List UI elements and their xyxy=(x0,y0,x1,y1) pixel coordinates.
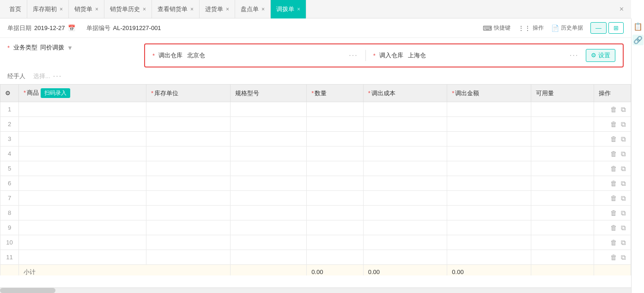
cell-qty-8[interactable] xyxy=(307,206,364,220)
history-action[interactable]: 📄 历史单据 xyxy=(551,24,583,32)
tab-purchase-order[interactable]: 进货单 × xyxy=(200,0,235,18)
cell-cost-11[interactable] xyxy=(363,250,447,265)
tab-sales-order-close[interactable]: × xyxy=(95,6,98,12)
gear-icon[interactable]: ⚙ xyxy=(5,90,11,97)
cell-qty-11[interactable] xyxy=(307,250,364,265)
cell-goods-9[interactable] xyxy=(19,220,146,235)
delete-icon-1[interactable]: 🗑 xyxy=(610,105,617,113)
delete-icon-3[interactable]: 🗑 xyxy=(610,135,617,143)
cell-amount-6[interactable] xyxy=(447,176,531,191)
sidebar-link-icon[interactable]: 🔗 xyxy=(632,35,644,45)
cell-spec-3[interactable] xyxy=(230,132,307,146)
handler-input[interactable]: 选择... xyxy=(33,72,50,80)
cell-cost-7[interactable] xyxy=(363,191,447,206)
cell-spec-9[interactable] xyxy=(230,220,307,235)
tab-purchase-order-close[interactable]: × xyxy=(226,6,229,12)
business-type-arrow[interactable]: ▼ xyxy=(67,44,73,51)
cell-available-9[interactable] xyxy=(531,220,594,235)
delete-icon-4[interactable]: 🗑 xyxy=(610,150,617,158)
cell-cost-6[interactable] xyxy=(363,176,447,191)
delete-icon-8[interactable]: 🗑 xyxy=(610,209,617,217)
copy-icon-3[interactable]: ⧉ xyxy=(621,135,626,143)
cell-qty-4[interactable] xyxy=(307,146,364,161)
delete-icon-10[interactable]: 🗑 xyxy=(610,238,617,246)
cell-cost-3[interactable] xyxy=(363,132,447,146)
copy-icon-5[interactable]: ⧉ xyxy=(621,165,626,172)
copy-icon-6[interactable]: ⧉ xyxy=(621,179,626,187)
cell-qty-10[interactable] xyxy=(307,235,364,250)
cell-cost-10[interactable] xyxy=(363,235,447,250)
grid-button[interactable]: ⊞ xyxy=(608,22,624,34)
cell-amount-10[interactable] xyxy=(447,235,531,250)
cell-available-11[interactable] xyxy=(531,250,594,265)
copy-icon-1[interactable]: ⧉ xyxy=(621,105,626,113)
cell-available-3[interactable] xyxy=(531,132,594,146)
cell-spec-8[interactable] xyxy=(230,206,307,220)
business-type-select[interactable]: 同价调拨 ▼ xyxy=(40,43,137,52)
tab-inventory-init[interactable]: 库存期初 × xyxy=(27,0,69,18)
cell-unit-6[interactable] xyxy=(146,176,230,191)
copy-icon-11[interactable]: ⧉ xyxy=(621,253,626,261)
cell-amount-9[interactable] xyxy=(447,220,531,235)
cell-qty-6[interactable] xyxy=(307,176,364,191)
tab-inventory-check-close[interactable]: × xyxy=(261,6,265,12)
tab-home[interactable]: 首页 xyxy=(4,0,27,18)
tab-inventory-check[interactable]: 盘点单 × xyxy=(235,0,271,18)
tab-transfer-order[interactable]: 调拨单 × xyxy=(271,0,306,18)
copy-icon-2[interactable]: ⧉ xyxy=(621,120,626,128)
copy-icon-8[interactable]: ⧉ xyxy=(621,209,626,217)
cell-spec-5[interactable] xyxy=(230,161,307,176)
cell-available-5[interactable] xyxy=(531,161,594,176)
cell-spec-7[interactable] xyxy=(230,191,307,206)
delete-icon-7[interactable]: 🗑 xyxy=(610,194,617,202)
cell-qty-1[interactable] xyxy=(307,102,364,117)
cell-unit-3[interactable] xyxy=(146,132,230,146)
cell-goods-7[interactable] xyxy=(19,191,146,206)
tab-transfer-order-close[interactable]: × xyxy=(297,6,300,12)
delete-icon-5[interactable]: 🗑 xyxy=(610,165,617,172)
shortcuts-action[interactable]: ⌨ 快捷键 xyxy=(483,24,510,32)
cell-unit-4[interactable] xyxy=(146,146,230,161)
cell-goods-10[interactable] xyxy=(19,235,146,250)
cell-unit-7[interactable] xyxy=(146,191,230,206)
cell-amount-4[interactable] xyxy=(447,146,531,161)
cell-qty-9[interactable] xyxy=(307,220,364,235)
cell-goods-3[interactable] xyxy=(19,132,146,146)
cell-unit-9[interactable] xyxy=(146,220,230,235)
cell-available-8[interactable] xyxy=(531,206,594,220)
cell-spec-1[interactable] xyxy=(230,102,307,117)
cell-spec-10[interactable] xyxy=(230,235,307,250)
cell-available-2[interactable] xyxy=(531,117,594,132)
calendar-icon[interactable]: 📅 xyxy=(68,24,75,31)
cell-available-10[interactable] xyxy=(531,235,594,250)
cell-available-1[interactable] xyxy=(531,102,594,117)
handler-more[interactable]: ··· xyxy=(53,72,62,80)
cell-goods-1[interactable] xyxy=(19,102,146,117)
th-gear[interactable]: ⚙ xyxy=(0,85,19,102)
cell-cost-8[interactable] xyxy=(363,206,447,220)
gear-settings-button[interactable]: ⚙ 设置 xyxy=(586,49,615,62)
cell-spec-11[interactable] xyxy=(230,250,307,265)
delete-icon-9[interactable]: 🗑 xyxy=(610,224,617,232)
copy-icon-7[interactable]: ⧉ xyxy=(621,194,626,202)
cell-available-7[interactable] xyxy=(531,191,594,206)
delete-icon-6[interactable]: 🗑 xyxy=(610,179,617,187)
sidebar-doc-icon[interactable]: 📋 xyxy=(633,22,643,31)
cell-available-4[interactable] xyxy=(531,146,594,161)
copy-icon-10[interactable]: ⧉ xyxy=(621,238,626,246)
cell-goods-8[interactable] xyxy=(19,206,146,220)
copy-icon-4[interactable]: ⧉ xyxy=(621,150,626,158)
cell-cost-9[interactable] xyxy=(363,220,447,235)
cell-cost-4[interactable] xyxy=(363,146,447,161)
settings-button[interactable]: — xyxy=(590,22,607,34)
cell-goods-5[interactable] xyxy=(19,161,146,176)
cell-goods-6[interactable] xyxy=(19,176,146,191)
tab-view-sales[interactable]: 查看销货单 × xyxy=(152,0,200,18)
cell-qty-7[interactable] xyxy=(307,191,364,206)
delete-icon-2[interactable]: 🗑 xyxy=(610,120,617,128)
cell-unit-2[interactable] xyxy=(146,117,230,132)
cell-goods-4[interactable] xyxy=(19,146,146,161)
cell-amount-1[interactable] xyxy=(447,102,531,117)
cell-amount-2[interactable] xyxy=(447,117,531,132)
date-value[interactable]: 2019-12-27 xyxy=(34,24,65,31)
